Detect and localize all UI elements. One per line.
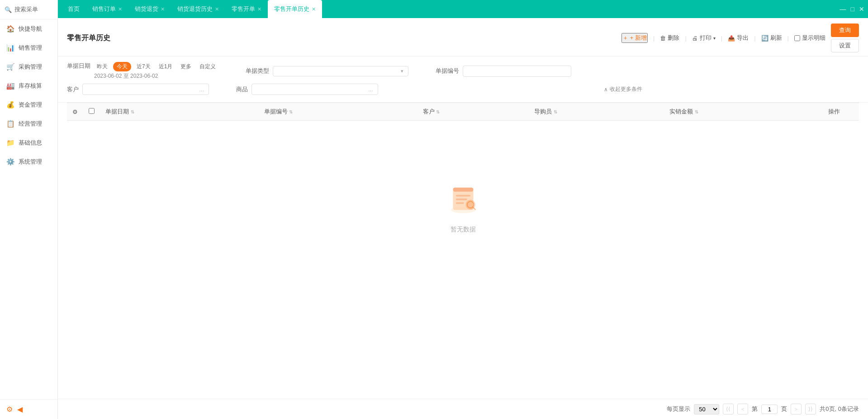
th-date-label: 单据日期 bbox=[105, 108, 129, 115]
sidebar-item-system[interactable]: ⚙️ 系统管理 bbox=[0, 152, 57, 171]
svg-rect-3 bbox=[455, 195, 470, 197]
tab-sales-return-history-label: 销货退货历史 bbox=[177, 5, 213, 13]
filter-row-1: 单据日期 昨天 今天 近7天 近1月 更多 自定义 2023-06-02 至 2… bbox=[67, 62, 859, 80]
sidebar-item-operations[interactable]: 📋 经营管理 bbox=[0, 114, 57, 133]
query-button[interactable]: 查询 bbox=[831, 24, 859, 37]
tab-sales-order[interactable]: 销售订单 ✕ bbox=[86, 0, 128, 18]
sidebar-search[interactable]: 🔍 搜索采单 bbox=[0, 0, 57, 19]
collapse-more-button[interactable]: ∧ 收起更多条件 bbox=[604, 84, 642, 95]
per-page-select[interactable]: 50 100 200 bbox=[694, 404, 719, 414]
sidebar-item-label: 快捷导航 bbox=[19, 25, 42, 33]
date-opt-1month[interactable]: 近1月 bbox=[156, 62, 175, 71]
new-button[interactable]: ＋ + 新增 bbox=[621, 33, 648, 43]
finance-icon: 💰 bbox=[6, 101, 15, 109]
product-select[interactable]: ... bbox=[251, 84, 378, 95]
export-label: 导出 bbox=[737, 34, 749, 42]
sales-icon: 📊 bbox=[6, 44, 15, 52]
doc-no-input[interactable] bbox=[463, 66, 571, 77]
date-opt-custom[interactable]: 自定义 bbox=[197, 62, 218, 71]
new-icon: ＋ bbox=[622, 34, 628, 42]
doc-type-select[interactable]: ▾ bbox=[273, 66, 408, 76]
show-detail-checkbox[interactable]: 显示明细 bbox=[794, 34, 825, 42]
tab-home-label: 首页 bbox=[68, 5, 80, 13]
sidebar-item-purchase-mgmt[interactable]: 🛒 采购管理 bbox=[0, 57, 57, 76]
print-button[interactable]: 🖨 打印 ▾ bbox=[692, 34, 716, 42]
select-all-checkbox[interactable] bbox=[89, 108, 95, 114]
window-maximize-icon[interactable]: □ bbox=[851, 5, 854, 13]
th-guide[interactable]: 导购员 ⇅ bbox=[529, 103, 664, 121]
collapse-row: ∧ 收起更多条件 bbox=[387, 84, 859, 95]
sidebar-item-sales-mgmt[interactable]: 📊 销售管理 bbox=[0, 38, 57, 57]
tab-retail-history[interactable]: 零售开单历史 ✕ bbox=[268, 0, 322, 18]
date-opt-today[interactable]: 今天 bbox=[113, 62, 131, 71]
setting-bottom-icon[interactable]: ⚙ bbox=[6, 405, 13, 414]
date-opt-more[interactable]: 更多 bbox=[178, 62, 194, 71]
sidebar-item-inventory[interactable]: 🏭 库存核算 bbox=[0, 76, 57, 95]
th-doc-no-label: 单据编号 bbox=[264, 108, 288, 115]
tab-sales-order-close[interactable]: ✕ bbox=[118, 6, 122, 12]
data-table: ⚙ 单据日期 ⇅ 单据编号 ⇅ bbox=[67, 103, 859, 292]
th-guide-label: 导购员 bbox=[534, 108, 552, 115]
date-opt-yesterday[interactable]: 昨天 bbox=[94, 62, 110, 71]
customer-select[interactable]: ... bbox=[82, 84, 209, 95]
pagination: 每页显示 50 100 200 ⟨⟨ ＜ 第 页 ＞ ⟩⟩ 共0页, 0条记录 bbox=[58, 399, 868, 419]
customer-ellipsis: ... bbox=[199, 86, 204, 93]
window-minimize-icon[interactable]: — bbox=[840, 5, 846, 13]
page-last-btn[interactable]: ⟩⟩ bbox=[805, 404, 816, 414]
empty-text: 暂无数据 bbox=[451, 226, 476, 234]
svg-rect-4 bbox=[455, 198, 467, 200]
collapse-more-label: 收起更多条件 bbox=[610, 85, 642, 93]
export-button[interactable]: 📤 导出 bbox=[728, 34, 749, 42]
doc-no-filter-group: 单据编号 bbox=[436, 66, 571, 77]
tab-sales-return[interactable]: 销货退货 ✕ bbox=[128, 0, 171, 18]
sidebar-item-basic-info[interactable]: 📁 基础信息 bbox=[0, 133, 57, 152]
svg-rect-5 bbox=[455, 202, 464, 204]
customer-filter-group: 客户 ... bbox=[67, 84, 209, 95]
tab-home[interactable]: 首页 bbox=[62, 0, 86, 18]
product-filter-group: 商品 ... bbox=[236, 84, 378, 95]
sidebar-item-quick-nav[interactable]: 🏠 快捷导航 bbox=[0, 19, 57, 38]
page-number-input[interactable] bbox=[761, 405, 778, 414]
tab-retail-open[interactable]: 零售开单 ✕ bbox=[225, 0, 268, 18]
date-range-display: 2023-06-02 至 2023-06-02 bbox=[94, 72, 218, 80]
doc-no-label: 单据编号 bbox=[436, 67, 459, 75]
th-doc-no[interactable]: 单据编号 ⇅ bbox=[259, 103, 417, 121]
sidebar-item-finance[interactable]: 💰 资金管理 bbox=[0, 95, 57, 114]
sidebar-item-label: 资金管理 bbox=[19, 101, 42, 109]
th-checkbox[interactable] bbox=[83, 103, 100, 121]
date-opt-7days[interactable]: 近7天 bbox=[134, 62, 153, 71]
column-settings-icon[interactable]: ⚙ bbox=[72, 108, 78, 115]
print-chevron-icon: ▾ bbox=[713, 36, 716, 41]
tab-sales-return-history-close[interactable]: ✕ bbox=[215, 6, 219, 12]
th-amount-label: 实销金额 bbox=[669, 108, 693, 115]
delete-label: 删除 bbox=[668, 34, 679, 42]
tab-retail-open-close[interactable]: ✕ bbox=[257, 6, 261, 12]
sidebar-item-label: 采购管理 bbox=[19, 63, 42, 71]
window-close-icon[interactable]: ✕ bbox=[859, 5, 864, 13]
th-settings[interactable]: ⚙ bbox=[67, 103, 83, 121]
doc-type-chevron-icon: ▾ bbox=[401, 68, 403, 74]
setting-button[interactable]: 设置 bbox=[831, 39, 859, 52]
tab-sales-return-history[interactable]: 销货退货历史 ✕ bbox=[171, 0, 225, 18]
show-detail-label: 显示明细 bbox=[802, 34, 825, 42]
tab-retail-history-close[interactable]: ✕ bbox=[312, 6, 316, 12]
page-next-btn[interactable]: ＞ bbox=[791, 404, 802, 414]
table-area: ⚙ 单据日期 ⇅ 单据编号 ⇅ bbox=[58, 103, 868, 399]
page-prev-btn[interactable]: ＜ bbox=[737, 404, 748, 414]
print-icon: 🖨 bbox=[692, 35, 698, 42]
svg-rect-2 bbox=[453, 188, 473, 192]
main-area: 首页 销售订单 ✕ 销货退货 ✕ 销货退货历史 ✕ 零售开单 ✕ 零售开单历史 … bbox=[58, 0, 868, 419]
collapse-sidebar-icon[interactable]: ◀ bbox=[17, 405, 23, 414]
delete-button[interactable]: 🗑 删除 bbox=[660, 34, 679, 42]
sort-customer-icon: ⇅ bbox=[436, 109, 440, 114]
tab-sales-return-close[interactable]: ✕ bbox=[161, 6, 165, 12]
th-date[interactable]: 单据日期 ⇅ bbox=[100, 103, 259, 121]
show-detail-input[interactable] bbox=[794, 35, 800, 41]
per-page-label: 每页显示 bbox=[667, 405, 690, 413]
th-amount[interactable]: 实销金额 ⇅ bbox=[664, 103, 823, 121]
sidebar: 🔍 搜索采单 🏠 快捷导航 📊 销售管理 🛒 采购管理 🏭 库存核算 💰 资金管… bbox=[0, 0, 58, 419]
purchase-icon: 🛒 bbox=[6, 63, 15, 71]
refresh-button[interactable]: 🔄 刷新 bbox=[761, 34, 782, 42]
page-first-btn[interactable]: ⟨⟨ bbox=[723, 404, 734, 414]
th-customer[interactable]: 客户 ⇅ bbox=[417, 103, 529, 121]
